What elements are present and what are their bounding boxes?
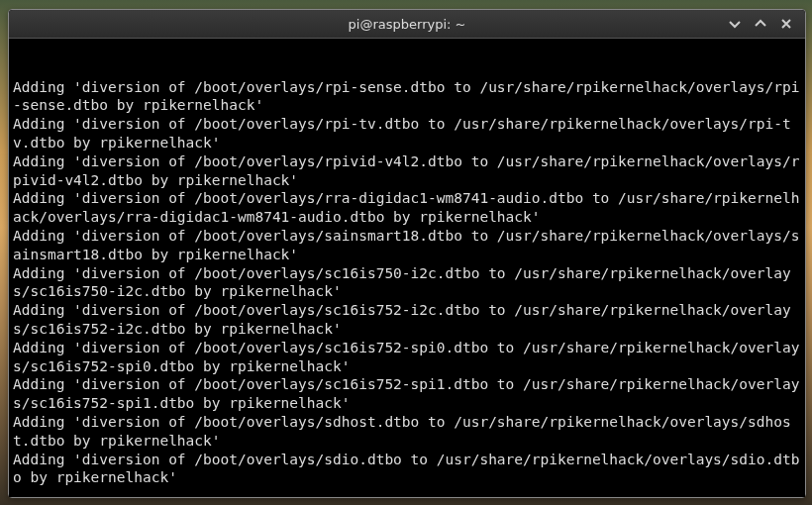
close-icon	[780, 18, 792, 30]
titlebar[interactable]: pi@raspberrypi: ~	[9, 10, 805, 39]
window-controls	[726, 10, 801, 38]
minimize-button[interactable]	[726, 15, 744, 33]
terminal-lines: Adding 'diversion of /boot/overlays/rpi-…	[13, 78, 801, 488]
chevron-up-icon	[755, 18, 766, 30]
maximize-button[interactable]	[752, 15, 769, 33]
chevron-down-icon	[729, 18, 741, 30]
terminal-output[interactable]: Adding 'diversion of /boot/overlays/rpi-…	[9, 39, 805, 497]
close-button[interactable]	[777, 15, 795, 33]
terminal-window: pi@raspberrypi: ~ Adding 'diversion of /…	[8, 9, 806, 498]
window-title: pi@raspberrypi: ~	[9, 17, 805, 32]
